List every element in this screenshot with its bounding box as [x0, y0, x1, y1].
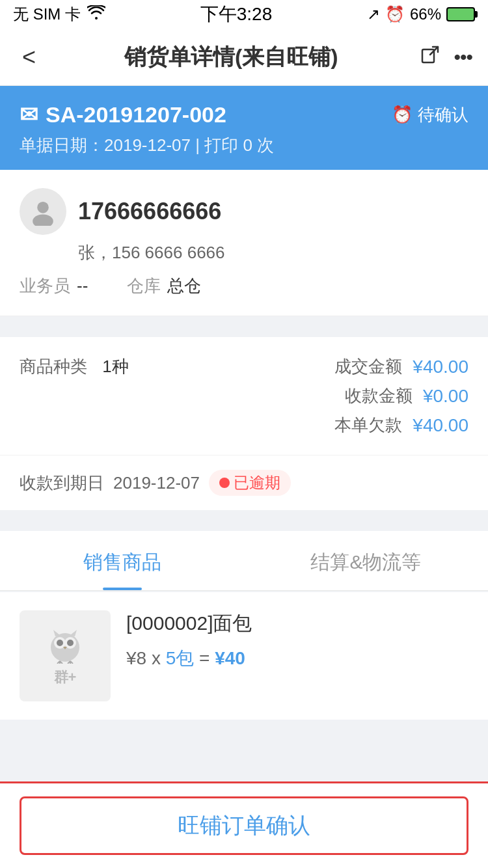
- customer-name: 张，156 6666 6666: [78, 241, 468, 264]
- tab-sales-products[interactable]: 销售商品: [0, 531, 244, 590]
- price-base: ¥8 x: [126, 648, 161, 668]
- amount-row-0: 成交金额 ¥40.00: [334, 355, 468, 378]
- location-icon: ↗: [367, 5, 380, 23]
- summary-left: 商品种类 1种: [20, 355, 129, 378]
- customer-meta: 业务员 -- 仓库 总仓: [20, 275, 468, 297]
- nav-actions: •••: [420, 44, 472, 70]
- wifi-icon: [87, 5, 105, 23]
- divider-1: [0, 316, 488, 327]
- product-image-placeholder: 群+: [39, 625, 91, 687]
- clock-icon: ⏰: [392, 105, 413, 125]
- confirm-order-button[interactable]: 旺铺订单确认: [20, 796, 468, 855]
- carrier-label: 无 SIM 卡: [13, 4, 81, 25]
- amount-value-2: ¥40.00: [413, 415, 468, 436]
- order-envelope-icon: ✉: [20, 102, 38, 128]
- customer-row: 17666666666: [20, 188, 468, 235]
- summary-section: 商品种类 1种 成交金额 ¥40.00 收款金额 ¥0.00 本单欠款 ¥40.…: [0, 337, 488, 455]
- overdue-text: 已逾期: [234, 472, 280, 493]
- order-header: ✉ SA-20191207-002 ⏰ 待确认 单据日期：2019-12-07 …: [0, 86, 488, 170]
- amount-label-1: 收款金额: [345, 385, 413, 407]
- amount-row-1: 收款金额 ¥0.00: [345, 385, 468, 407]
- status-bar-left: 无 SIM 卡: [13, 4, 105, 25]
- status-bar-right: ↗ ⏰ 66%: [367, 5, 475, 23]
- warehouse-label: 仓库: [127, 275, 161, 297]
- svg-point-1: [37, 202, 49, 213]
- tabs-section: 销售商品 结算&物流等: [0, 531, 488, 591]
- product-section: 群+ [0000002]面包 ¥8 x 5包 = ¥40: [0, 592, 488, 720]
- customer-avatar: [20, 188, 66, 235]
- share-icon[interactable]: [420, 44, 441, 70]
- amount-label-0: 成交金额: [334, 355, 402, 378]
- order-status: ⏰ 待确认: [392, 103, 468, 126]
- battery-icon: [446, 7, 475, 21]
- salesperson-value: --: [77, 276, 88, 296]
- order-date: 单据日期：2019-12-07 | 打印 0 次: [20, 134, 468, 157]
- product-image: 群+: [20, 610, 111, 701]
- amount-value-1: ¥0.00: [423, 386, 468, 407]
- product-types-row: 商品种类 1种: [20, 355, 129, 378]
- product-types-label: 商品种类: [20, 357, 87, 376]
- product-item: 群+ [0000002]面包 ¥8 x 5包 = ¥40: [20, 610, 468, 701]
- due-date-section: 收款到期日 2019-12-07 已逾期: [0, 455, 488, 510]
- due-date-value: 2019-12-07: [113, 473, 200, 493]
- product-name: [0000002]面包: [126, 610, 468, 637]
- alarm-icon: ⏰: [385, 5, 405, 23]
- summary-right: 成交金额 ¥40.00 收款金额 ¥0.00 本单欠款 ¥40.00: [334, 355, 468, 437]
- product-price: ¥8 x 5包 = ¥40: [126, 646, 468, 671]
- more-icon[interactable]: •••: [454, 46, 472, 68]
- overdue-dot-icon: [219, 478, 230, 488]
- overdue-badge: 已逾期: [209, 470, 291, 496]
- svg-point-6: [57, 640, 63, 646]
- amount-value-0: ¥40.00: [413, 357, 468, 377]
- order-id: ✉ SA-20191207-002: [20, 102, 226, 128]
- customer-section: 17666666666 张，156 6666 6666 业务员 -- 仓库 总仓: [0, 170, 488, 316]
- tabs-row: 销售商品 结算&物流等: [0, 531, 488, 590]
- customer-phone: 17666666666: [78, 198, 221, 225]
- tab-settlement-logistics[interactable]: 结算&物流等: [244, 531, 488, 590]
- price-qty: 5包: [166, 648, 195, 668]
- svg-point-7: [67, 640, 74, 646]
- confirm-button-wrapper: 旺铺订单确认: [0, 781, 488, 868]
- product-info: [0000002]面包 ¥8 x 5包 = ¥40: [126, 610, 468, 671]
- back-button[interactable]: <: [16, 37, 42, 77]
- due-date-label: 收款到期日: [20, 472, 104, 495]
- status-bar: 无 SIM 卡 下午3:28 ↗ ⏰ 66%: [0, 0, 488, 29]
- amount-row-2: 本单欠款 ¥40.00: [334, 414, 468, 437]
- price-equals: =: [199, 648, 210, 668]
- warehouse-field: 仓库 总仓: [127, 275, 201, 297]
- product-types-value: 1种: [102, 357, 128, 376]
- battery-percent: 66%: [410, 5, 441, 23]
- warehouse-value: 总仓: [167, 275, 201, 297]
- brand-text: 群+: [54, 668, 77, 687]
- svg-point-2: [33, 214, 53, 226]
- order-header-top: ✉ SA-20191207-002 ⏰ 待确认: [20, 102, 468, 128]
- divider-2: [0, 510, 488, 521]
- salesperson-label: 业务员: [20, 275, 70, 297]
- amount-label-2: 本单欠款: [334, 414, 402, 437]
- salesperson-field: 业务员 --: [20, 275, 88, 297]
- nav-bar: < 销货单详情(来自旺铺) •••: [0, 29, 488, 86]
- page-title: 销货单详情(来自旺铺): [124, 42, 338, 72]
- status-bar-time: 下午3:28: [200, 2, 273, 27]
- price-total: ¥40: [215, 648, 245, 668]
